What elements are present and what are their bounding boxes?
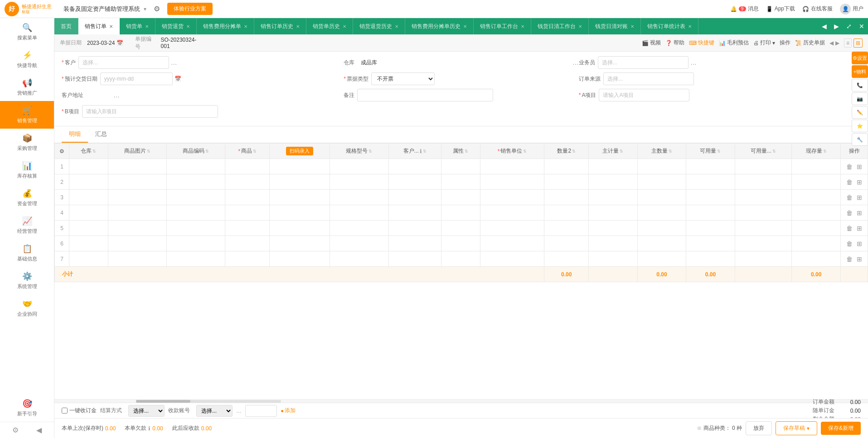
tab-sales-invoice[interactable]: 销货单 ✕ bbox=[120, 18, 155, 34]
tab-close-sales-invoice-history[interactable]: ✕ bbox=[343, 24, 346, 29]
delivery-calendar-icon[interactable]: 📅 bbox=[175, 76, 181, 82]
sort-available-icon[interactable]: ⇅ bbox=[717, 149, 721, 154]
one-click-checkbox[interactable] bbox=[62, 408, 68, 414]
tab-sales-return[interactable]: 销货退货 ✕ bbox=[155, 18, 197, 34]
help-btn[interactable]: ❓ 帮助 bbox=[665, 39, 684, 47]
customer-input[interactable] bbox=[78, 56, 169, 69]
save-draft-btn[interactable]: 保存草稿 ▾ bbox=[776, 421, 817, 435]
row-copy-icon[interactable]: ⊞ bbox=[857, 163, 862, 170]
gear-icon[interactable]: ⚙ bbox=[59, 148, 64, 154]
operate-btn[interactable]: 操作 bbox=[780, 39, 790, 47]
row-delete-icon[interactable]: 🗑 bbox=[846, 163, 853, 170]
edit-float-btn[interactable]: ✏️ bbox=[852, 106, 868, 119]
shortcut-btn[interactable]: ⌨ 快捷键 bbox=[689, 39, 714, 47]
tab-close-all-btn[interactable]: ✕ bbox=[855, 18, 868, 34]
payment-add-btn[interactable]: ● 添加 bbox=[281, 407, 296, 414]
payment-amount[interactable]: 0.00 bbox=[245, 405, 277, 417]
profit-btn[interactable]: 📊 毛利预估 bbox=[719, 39, 749, 47]
tab-sales-order[interactable]: 销售订单 ✕ bbox=[78, 18, 120, 34]
sort-name-icon[interactable]: ⇅ bbox=[253, 149, 257, 154]
tab-summary[interactable]: 汇总 bbox=[88, 126, 114, 143]
tab-home[interactable]: 首页 bbox=[54, 18, 78, 34]
star-float-btn[interactable]: ⭐ bbox=[852, 120, 868, 132]
tab-next-btn[interactable]: ▶ bbox=[830, 18, 843, 34]
save-new-btn[interactable]: 保存&新增 bbox=[821, 422, 861, 435]
tab-close-sales-expense-history[interactable]: ✕ bbox=[463, 24, 467, 29]
sidebar-settings-icon[interactable]: ⚙ bbox=[12, 426, 19, 434]
calendar-icon[interactable]: 📅 bbox=[116, 40, 123, 46]
user-menu[interactable]: 👤 用户 bbox=[840, 4, 863, 14]
settings-float-btn[interactable]: ⚙ 设置 bbox=[852, 52, 868, 64]
sort-attr-icon[interactable]: ⇅ bbox=[465, 149, 468, 154]
sort-qty2-icon[interactable]: ⇅ bbox=[572, 149, 576, 154]
tab-close-sales-stats[interactable]: ✕ bbox=[688, 24, 692, 29]
staff-more-btn[interactable]: … bbox=[690, 59, 697, 66]
sort-customer-code-icon[interactable]: ⇅ bbox=[423, 149, 427, 154]
tab-close-sales-workbench[interactable]: ✕ bbox=[521, 24, 524, 29]
app-download-btn[interactable]: 📱 App下载 bbox=[766, 5, 795, 13]
row-copy-icon[interactable]: ⊞ bbox=[857, 178, 862, 186]
sidebar-item-system[interactable]: ⚙️ 系统管理 bbox=[0, 267, 54, 294]
tab-sales-stats[interactable]: 销售订单统计表 ✕ bbox=[641, 18, 698, 34]
tab-close-sales-order-history[interactable]: ✕ bbox=[296, 24, 300, 29]
toolbar-next-btn[interactable]: ▶ bbox=[835, 40, 839, 46]
sidebar-item-finance[interactable]: 💰 资金管理 bbox=[0, 184, 54, 212]
sidebar-item-navigation[interactable]: ⚡ 快捷导航 bbox=[0, 46, 54, 73]
list-view-btn[interactable]: ≡ bbox=[844, 39, 852, 48]
tab-detail[interactable]: 明细 bbox=[62, 126, 88, 143]
sidebar-item-marketing[interactable]: 📢 营销推广 bbox=[0, 73, 54, 101]
row-copy-icon[interactable]: ⊞ bbox=[857, 255, 862, 263]
b-project-input[interactable] bbox=[82, 105, 218, 118]
delivery-input[interactable] bbox=[100, 72, 173, 85]
tab-close-sales-return[interactable]: ✕ bbox=[186, 24, 190, 29]
row-delete-icon[interactable]: 🗑 bbox=[846, 255, 853, 263]
tab-sales-return-history[interactable]: 销货退货历史 ✕ bbox=[353, 18, 405, 34]
camera-float-btn[interactable]: 📷 bbox=[852, 92, 868, 105]
sort-code-icon[interactable]: ⇅ bbox=[205, 149, 209, 154]
sidebar-item-management[interactable]: 📈 经营管理 bbox=[0, 212, 54, 239]
invoice-select[interactable]: 不开票 bbox=[371, 72, 435, 85]
sidebar-item-guide[interactable]: 🎯 新手引导 bbox=[0, 394, 54, 422]
tab-close-daily-reconcile[interactable]: ✕ bbox=[630, 24, 634, 29]
tab-close-sales-order[interactable]: ✕ bbox=[109, 24, 113, 29]
row-delete-icon[interactable]: 🗑 bbox=[846, 194, 853, 201]
notifications-btn[interactable]: 🔔 9 消息 bbox=[730, 5, 759, 13]
warehouse-more-btn[interactable]: … bbox=[572, 59, 579, 66]
sort-warehouse-icon[interactable]: ⇅ bbox=[92, 149, 96, 154]
print-dropdown-icon[interactable]: ▾ bbox=[772, 40, 775, 46]
history-btn[interactable]: 📜 历史单据 bbox=[795, 39, 825, 47]
sort-main-qty-icon[interactable]: ⇅ bbox=[669, 149, 672, 154]
tool-float-btn[interactable]: 🔧 bbox=[852, 133, 868, 146]
sidebar-item-sales[interactable]: 🛒 销售管理 bbox=[0, 101, 54, 129]
account-select[interactable]: 选择... bbox=[196, 405, 233, 417]
tab-sales-expense-history[interactable]: 销售费用分摊单历史 ✕ bbox=[405, 18, 474, 34]
scan-btn[interactable]: 扫码录入 bbox=[286, 147, 313, 155]
order-source-input[interactable] bbox=[603, 72, 694, 85]
tab-sales-workbench[interactable]: 销售订单工作台 ✕ bbox=[474, 18, 531, 34]
industry-btn[interactable]: 体验行业方案 bbox=[167, 3, 213, 15]
sort-unit-icon[interactable]: ⇅ bbox=[523, 149, 527, 154]
online-service-btn[interactable]: 🎧 在线客服 bbox=[802, 5, 833, 13]
sort-model-icon[interactable]: ⇅ bbox=[369, 149, 372, 154]
note-input[interactable] bbox=[357, 89, 493, 101]
one-click-label[interactable]: 一键收订金 bbox=[62, 407, 97, 414]
row-delete-icon[interactable]: 🗑 bbox=[846, 225, 853, 232]
sort-available2-icon[interactable]: ⇅ bbox=[772, 149, 776, 154]
tab-daily-workbench[interactable]: 钱货日清工作台 ✕ bbox=[531, 18, 589, 34]
settlement-select[interactable]: 选择... bbox=[128, 405, 165, 417]
row-copy-icon[interactable]: ⊞ bbox=[857, 194, 862, 201]
view-btn[interactable]: 🎬 视频 bbox=[642, 39, 661, 47]
sidebar-collapse-icon[interactable]: ◀ bbox=[36, 426, 42, 434]
discard-btn[interactable]: 放弃 bbox=[746, 421, 772, 435]
row-delete-icon[interactable]: 🗑 bbox=[846, 178, 853, 186]
tab-maximize-btn[interactable]: ⤢ bbox=[843, 18, 855, 34]
sidebar-item-basic-info[interactable]: 📋 基础信息 bbox=[0, 239, 54, 267]
tab-sales-invoice-history[interactable]: 销货单历史 ✕ bbox=[306, 18, 353, 34]
customer-addr-more-btn[interactable]: … bbox=[113, 91, 120, 99]
tab-close-sales-return-history[interactable]: ✕ bbox=[395, 24, 398, 29]
tab-sales-expense[interactable]: 销售费用分摊单 ✕ bbox=[197, 18, 254, 34]
sidebar-item-inventory[interactable]: 📊 库存核算 bbox=[0, 156, 54, 184]
row-copy-icon[interactable]: ⊞ bbox=[857, 225, 862, 232]
phone-float-btn[interactable]: 📞 bbox=[852, 79, 868, 91]
tab-daily-reconcile[interactable]: 钱货日清对账 ✕ bbox=[589, 18, 641, 34]
